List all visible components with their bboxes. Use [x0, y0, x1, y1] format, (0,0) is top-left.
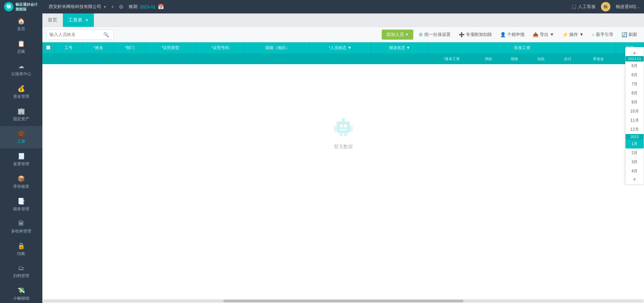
top-bar-actions: ＋ ⚙ [107, 3, 123, 10]
col-id-type: *证照类型 [146, 42, 195, 54]
social-security-label: 统一社保设置 [424, 32, 451, 38]
sidebar-item-invoice[interactable]: 🧾 发票管理 [0, 148, 42, 171]
export-label: 导出 [540, 32, 548, 38]
add-company-icon[interactable]: ＋ [110, 3, 115, 10]
month-panel-up[interactable]: ▲ [631, 49, 638, 56]
sidebar-label-tax: 税务管理 [13, 206, 29, 212]
month-panel-year-2023: 2023 [626, 134, 644, 139]
service-label: 人工客服 [578, 4, 596, 10]
sidebar-label-assets: 固定资产 [13, 116, 29, 122]
sub-col-pension: 养老金 [581, 54, 616, 64]
operations-arrow: ▼ [579, 32, 584, 37]
sidebar-item-tax[interactable]: 📑 税务管理 [0, 193, 42, 216]
sidebar-item-salary[interactable]: 💼 工资 [0, 126, 42, 148]
operations-btn[interactable]: ⚡ 操作 ▼ [560, 32, 586, 38]
add-person-label: 添加人员 [386, 32, 404, 38]
month-item-4[interactable]: 4月 [626, 167, 644, 176]
sidebar-label-cloud: 云报表中心 [11, 71, 31, 77]
select-all-checkbox[interactable] [46, 45, 50, 50]
col-nationality: 国籍（地区） [245, 42, 309, 54]
month-item-8[interactable]: 8月 [626, 89, 644, 98]
month-item-9[interactable]: 9月 [626, 98, 644, 107]
period-value: 2023-01 [140, 4, 156, 9]
new-guide-label: 新手引导 [596, 32, 613, 38]
empty-state: 暂无数据 [42, 64, 644, 199]
add-person-arrow: ▼ [405, 33, 409, 36]
sidebar-item-home[interactable]: 🏠 首页 [0, 13, 42, 36]
social-security-icon: ⚙ [419, 32, 423, 37]
search-input[interactable] [49, 32, 103, 37]
app-logo: 畅 畅应通好会计 旗舰版 [4, 2, 46, 12]
sidebar-item-fund[interactable]: 💰 资金管理 [0, 81, 42, 103]
user-avatar[interactable]: 畅 [601, 2, 610, 11]
calendar-icon[interactable]: 📅 [158, 4, 164, 10]
add-person-button[interactable]: 添加人员 ▼ [382, 30, 413, 40]
month-item-10[interactable]: 10月 [626, 107, 644, 116]
content-area: 首页 工资表 ✕ 🔍 添加人员 ▼ ⚙ 统一社保设置 ➕ [42, 13, 644, 303]
tab-salary-table[interactable]: 工资表 ✕ [63, 13, 94, 27]
month-item-7[interactable]: 7月 [626, 80, 644, 89]
scrollbar-thumb[interactable] [223, 300, 463, 302]
sidebar-item-multi-org[interactable]: 🏛 多机构管理 [0, 216, 42, 238]
col-name: *姓名 [82, 42, 114, 54]
export-btn[interactable]: 📤 导出 ▼ [530, 32, 557, 38]
empty-icon-box [330, 113, 357, 140]
tab-salary-close[interactable]: ✕ [85, 18, 88, 23]
special-deduct-label: 专项附加扣除 [466, 32, 492, 38]
sidebar-item-closing[interactable]: 🔒 结账 [0, 238, 42, 261]
sidebar-item-inventory[interactable]: 📦 库存核算 [0, 171, 42, 193]
personal-tax-btn[interactable]: 👤 个税申报 [497, 32, 527, 38]
table-scrollbar[interactable] [42, 299, 644, 303]
sidebar-label-invoice: 发票管理 [13, 161, 29, 167]
salary-table: 工号 *姓名 *部门 *证照类型 *证照号码 国籍（地区） *人员状态 ▼ 报送… [42, 42, 644, 64]
sidebar-item-general-ledger[interactable]: 📋 总账 [0, 36, 42, 58]
month-item-5[interactable]: 5月 [626, 61, 644, 71]
main-layout: 🏠 首页 📋 总账 ☁ 云报表中心 💰 资金管理 🏢 固定资产 💼 工资 🧾 发… [0, 13, 644, 303]
col-id-number: *证照号码 [195, 42, 245, 54]
sidebar-item-xiaochang[interactable]: 💸 小畅报销 [0, 283, 42, 303]
refresh-btn[interactable]: 🔄 刷新 [619, 32, 640, 38]
sidebar-item-assets[interactable]: 🏢 固定资产 [0, 103, 42, 126]
empty-robot-icon [330, 113, 357, 140]
company-selector[interactable]: 西安虾米网络科技有限公司 ▼ [49, 4, 107, 10]
sidebar-item-cloud-report[interactable]: ☁ 云报表中心 [0, 58, 42, 81]
month-panel: ▲ 2023.01 5月 6月 7月 8月 9月 10月 11月 12月 202… [625, 47, 644, 185]
month-item-6[interactable]: 6月 [626, 71, 644, 80]
month-item-2[interactable]: 2月 [626, 148, 644, 158]
col-department: *部门 [114, 42, 146, 54]
col-checkbox[interactable] [42, 42, 54, 54]
customer-service-btn[interactable]: 🎧 人工客服 [571, 4, 596, 10]
username[interactable]: 畅捷通B组... [616, 4, 640, 10]
refresh-label: 刷新 [629, 32, 637, 38]
year-header-label: 2023.01 [628, 57, 641, 61]
refresh-icon: 🔄 [621, 32, 627, 37]
report-filter-icon[interactable]: ▼ [406, 45, 410, 50]
month-panel-year-header: 2023.01 [626, 56, 644, 61]
special-deduct-btn[interactable]: ➕ 专项附加扣除 [456, 32, 495, 38]
month-panel-down[interactable]: ▼ [631, 176, 638, 183]
new-guide-btn[interactable]: ○ 新手引导 [589, 32, 616, 38]
settings-icon[interactable]: ⚙ [119, 4, 123, 10]
sub-col-total: 合计 [555, 54, 581, 64]
svg-rect-5 [343, 120, 344, 122]
month-item-3[interactable]: 3月 [626, 158, 644, 167]
tab-home[interactable]: 首页 [42, 13, 63, 27]
sidebar-label-ledger: 总账 [17, 49, 25, 54]
sidebar-item-archive[interactable]: 🗂 归档管理 [0, 261, 42, 283]
col-status: *人员状态 ▼ [309, 42, 371, 54]
month-item-11[interactable]: 11月 [626, 116, 644, 125]
month-item-12[interactable]: 12月 [626, 125, 644, 134]
sidebar-label-inventory: 库存核算 [13, 184, 29, 189]
inventory-icon: 📦 [17, 175, 25, 182]
archive-icon: 🗂 [18, 265, 24, 272]
status-filter-icon[interactable]: ▼ [347, 45, 351, 50]
month-item-1[interactable]: 1月 [626, 139, 644, 148]
operations-icon: ⚡ [562, 32, 568, 37]
multi-org-icon: 🏛 [18, 220, 24, 227]
logo-icon: 畅 [4, 2, 13, 11]
ledger-icon: 📋 [17, 40, 25, 47]
tabs-bar: 首页 工资表 ✕ [42, 13, 644, 27]
company-dropdown-arrow[interactable]: ▼ [103, 5, 107, 9]
top-bar: 畅 畅应通好会计 旗舰版 西安虾米网络科技有限公司 ▼ ＋ ⚙ 账期 2023-… [0, 0, 644, 13]
social-security-btn[interactable]: ⚙ 统一社保设置 [416, 32, 453, 38]
